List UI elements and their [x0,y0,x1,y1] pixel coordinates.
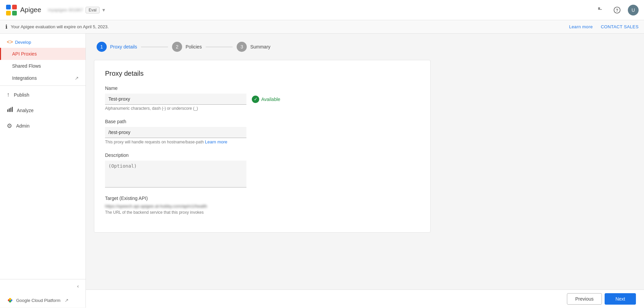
org-info: myapigee-301867 Eval ▾ [48,7,105,13]
description-field: Description [105,152,419,187]
svg-point-15 [9,300,11,303]
target-hint: The URL of the backend service that this… [105,210,419,215]
base-path-field: Base path This proxy will handle request… [105,119,419,144]
sidebar-analyze-label: Analyze [17,108,34,113]
analyze-icon [7,106,13,114]
step-3-label: Summary [250,44,270,49]
name-field: Name ✓ Available Alphanumeric characters… [105,85,419,111]
base-path-hint-text: This proxy will handle requests on hostn… [105,140,204,144]
banner: ℹ Your Apigee evaluation will expire on … [0,20,644,34]
top-nav-right: ? U [596,5,639,15]
check-icon: ✓ [252,96,259,103]
svg-rect-3 [12,11,17,15]
top-nav: Apigee myapigee-301867 Eval ▾ ? U [0,0,644,20]
sidebar-item-analyze[interactable]: Analyze [0,102,86,118]
step-connector-1-2 [141,47,168,47]
proxy-details-card: Proxy details Name ✓ Available Alphanume… [94,60,431,233]
next-button[interactable]: Next [605,293,636,305]
help-icon[interactable]: ? [612,5,622,15]
sidebar-item-shared-flows[interactable]: Shared Flows [0,60,86,72]
step-3: 3 Summary [237,42,270,52]
step-1-number: 1 [100,44,103,49]
step-3-number: 3 [241,44,243,49]
sidebar-shared-flows-label: Shared Flows [12,63,41,69]
step-1-circle: 1 [97,42,107,52]
learn-more-link[interactable]: Learn more [205,139,227,144]
card-title: Proxy details [105,70,419,77]
stepper: 1 Proxy details 2 Policies 3 Summary [94,42,636,52]
svg-rect-11 [12,107,13,112]
gcp-logo-icon [7,297,13,304]
name-input-row: ✓ Available [105,94,419,105]
step-connector-2-3 [206,47,233,47]
sidebar-api-proxies-label: API Proxies [12,51,37,57]
sidebar-divider-1 [0,85,86,86]
code-icon: <> [7,39,13,45]
target-value-blurred: https://speech.api.apigee.at-hubby.com/a… [105,204,419,209]
eval-badge[interactable]: Eval [86,7,99,13]
sidebar-collapse-button[interactable]: ‹ [0,279,86,293]
step-2-circle: 2 [172,42,182,52]
svg-rect-4 [598,7,600,9]
sidebar-item-api-proxies[interactable]: API Proxies [0,48,86,60]
avatar[interactable]: U [628,5,639,15]
step-3-circle: 3 [237,42,247,52]
banner-links: Learn more CONTACT SALES [569,24,639,29]
previous-button[interactable]: Previous [567,293,602,305]
base-path-hint: This proxy will handle requests on hostn… [105,139,419,144]
svg-point-14 [9,298,11,300]
svg-rect-9 [9,108,10,112]
base-path-input[interactable] [105,127,246,138]
publish-icon: ↑ [7,91,10,98]
contact-sales-link[interactable]: CONTACT SALES [601,24,639,29]
target-field: Target (Existing API) https://speech.api… [105,196,419,215]
available-badge: ✓ Available [252,96,280,103]
step-1: 1 Proxy details [97,42,137,52]
banner-message: Your Apigee evaluation will expire on Ap… [11,24,109,29]
svg-rect-5 [598,9,602,10]
collapse-icon: ‹ [77,283,79,289]
sidebar-publish-label: Publish [14,92,29,98]
step-1-label: Proxy details [110,44,137,49]
learn-more-link[interactable]: Learn more [569,24,592,29]
step-2-label: Policies [185,44,202,49]
content-area: 1 Proxy details 2 Policies 3 Summary Pro [86,34,644,308]
chevron-down-icon[interactable]: ▾ [102,7,105,13]
sidebar-footer: ‹ Google Cloud Platform ↗ [0,279,86,308]
org-name: myapigee-301867 [48,7,83,12]
bottom-nav: Previous Next [86,289,644,308]
notifications-icon[interactable] [596,5,606,15]
gcp-label: Google Cloud Platform [16,298,61,303]
gear-icon: ⚙ [7,122,12,130]
sidebar-gcp[interactable]: Google Cloud Platform ↗ [0,293,86,308]
app-logo[interactable]: Apigee [5,4,41,16]
step-2: 2 Policies [172,42,202,52]
svg-text:?: ? [616,8,618,12]
external-link-icon: ↗ [75,75,79,81]
description-input[interactable] [105,161,246,187]
target-label: Target (Existing API) [105,196,419,201]
step-2-number: 2 [176,44,178,49]
apigee-logo-icon [5,4,18,16]
name-input[interactable] [105,94,246,105]
sidebar-admin-label: Admin [16,123,30,129]
name-hint: Alphanumeric characters, dash (-) or und… [105,106,419,111]
sidebar-item-publish[interactable]: ↑ Publish [0,87,86,102]
svg-rect-10 [10,108,11,112]
available-label: Available [261,97,280,102]
svg-rect-0 [6,5,11,9]
main-layout: <> Develop API Proxies Shared Flows Inte… [0,34,644,308]
app-name: Apigee [20,6,41,14]
name-label: Name [105,85,419,91]
svg-rect-1 [12,5,17,9]
sidebar-item-integrations[interactable]: Integrations ↗ [0,72,86,84]
sidebar-develop-header[interactable]: <> Develop [0,34,86,48]
sidebar-item-admin[interactable]: ⚙ Admin [0,118,86,134]
info-icon: ℹ [5,24,7,30]
sidebar-integrations-label: Integrations [12,75,37,81]
base-path-label: Base path [105,119,419,124]
sidebar-develop-label: Develop [15,40,31,45]
gcp-external-link-icon: ↗ [65,298,69,303]
description-label: Description [105,152,419,158]
sidebar: <> Develop API Proxies Shared Flows Inte… [0,34,86,308]
